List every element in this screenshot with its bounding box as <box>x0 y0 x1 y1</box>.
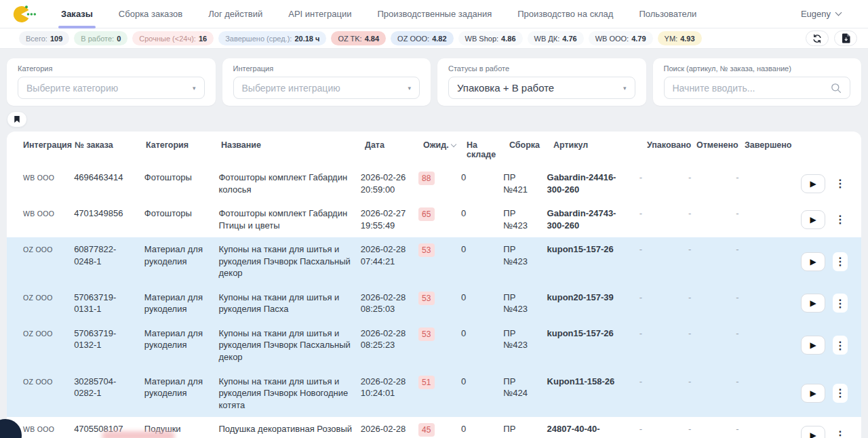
column-header-category[interactable]: Категория <box>146 140 221 159</box>
row-menu-button[interactable]: ⋮ <box>833 174 848 193</box>
stat-label: YM: <box>665 35 678 43</box>
column-header-completed[interactable]: Завершено <box>745 140 810 159</box>
column-header-assembly[interactable]: Сборка <box>509 140 553 159</box>
column-header-name[interactable]: Название <box>221 140 365 159</box>
order-number-cell: 57063719-0131-1 <box>74 292 144 315</box>
stat-value: 109 <box>50 35 62 43</box>
integration-filter-label: Интеграция <box>233 64 420 73</box>
stat-label: WB ООО: <box>595 35 629 43</box>
start-order-button[interactable]: ▶ <box>801 426 825 438</box>
table-row[interactable]: OZ ООО 57063719-0131-1 Материал для руко… <box>7 285 861 321</box>
statuses-select[interactable]: Упаковка + В работе ▾ <box>448 77 635 99</box>
start-order-button[interactable]: ▶ <box>801 336 825 355</box>
completed-cell: - <box>736 423 801 438</box>
row-actions: ▶ ⋮ <box>801 336 861 355</box>
integration-select[interactable]: Выберите интеграцию ▾ <box>233 77 420 99</box>
nav-tab-action-log[interactable]: Лог действий <box>208 0 262 28</box>
completed-cell: - <box>736 207 801 231</box>
start-order-button[interactable]: ▶ <box>801 174 825 193</box>
product-name-cell: Подушка декоративная Розовый леопард <box>218 423 360 438</box>
stat-pill-oz-tk: OZ TK:4.84 <box>331 31 386 45</box>
nav-tab-production-tasks[interactable]: Производственные задания <box>377 0 492 28</box>
product-name-cell: Фотошторы комплект Габардин Птицы и цвет… <box>218 207 360 231</box>
search-input[interactable] <box>673 83 831 94</box>
row-menu-button[interactable]: ⋮ <box>833 426 848 438</box>
start-order-button[interactable]: ▶ <box>801 294 825 313</box>
chevron-down-icon: ▾ <box>623 85 627 92</box>
table-row[interactable]: OZ ООО 57063719-0132-1 Материал для руко… <box>7 321 861 370</box>
stat-label: OZ TK: <box>338 35 361 43</box>
row-menu-button[interactable]: ⋮ <box>833 252 848 271</box>
table-body: WB ООО 4696463414 Фотошторы Фотошторы ко… <box>7 165 861 438</box>
export-report-button[interactable] <box>834 31 857 46</box>
cancelled-cell: - <box>688 327 736 363</box>
user-name: Eugeny <box>801 9 831 19</box>
stat-value: 4.84 <box>365 35 379 43</box>
column-header-order-no[interactable]: № заказа <box>75 140 146 159</box>
completed-cell: - <box>736 327 801 363</box>
nav-tab-order-assembly[interactable]: Сборка заказов <box>119 0 182 28</box>
nav-tab-api-integrations[interactable]: API интеграции <box>288 0 351 28</box>
column-header-packed[interactable]: Упаковано <box>647 140 696 159</box>
nav-tab-orders[interactable]: Заказы <box>61 0 93 28</box>
user-menu[interactable]: Eugeny <box>801 9 841 19</box>
date-cell: 2026-02-27 19:55:49 <box>361 207 418 231</box>
completed-cell: - <box>736 243 801 279</box>
product-name-cell: Купоны на ткани для шитья и рукоделия Пэ… <box>218 243 360 279</box>
stat-value: 4.76 <box>562 35 576 43</box>
waiting-badge: 53 <box>418 292 435 305</box>
pacman-logo-icon[interactable] <box>12 5 38 24</box>
date-cell: 2026-02-28 10:24:01 <box>361 376 418 412</box>
stat-pill-ym: YM:4.93 <box>658 31 702 45</box>
sku-cell: Gabardin-24743-300-260 <box>547 207 639 231</box>
integration-select-placeholder: Выберите интеграцию <box>242 83 340 94</box>
sku-cell: kupon15-157-26 <box>547 327 639 363</box>
start-order-button[interactable]: ▶ <box>801 252 825 271</box>
start-order-button[interactable]: ▶ <box>801 384 825 403</box>
waiting-cell: 53 <box>418 243 461 279</box>
start-order-button[interactable]: ▶ <box>801 210 825 229</box>
cancelled-cell: - <box>688 376 736 412</box>
nav-tab-users[interactable]: Пользователи <box>639 0 696 28</box>
packed-cell: - <box>639 172 688 195</box>
nav-tab-production-to-stock[interactable]: Производство на склад <box>517 0 613 28</box>
chevron-down-icon: ▾ <box>408 85 411 92</box>
order-number-cell: 60877822-0248-1 <box>74 243 144 279</box>
stat-pills: Всего:109В работе:0Срочные (<24ч):16Заве… <box>19 31 702 45</box>
column-header-sku[interactable]: Артикул <box>553 140 647 159</box>
stat-pill-total: Всего:109 <box>19 31 69 45</box>
table-row[interactable]: WB ООО 4701349856 Фотошторы Фотошторы ко… <box>7 201 861 237</box>
table-row[interactable]: WB ООО 4696463414 Фотошторы Фотошторы ко… <box>7 165 861 201</box>
kebab-menu-icon: ⋮ <box>835 177 846 190</box>
row-menu-button[interactable]: ⋮ <box>833 384 848 403</box>
integration-cell: OZ ООО <box>23 327 74 363</box>
category-cell: Материал для рукоделия <box>144 292 219 315</box>
column-header-integration[interactable]: Интеграция <box>23 140 75 159</box>
chevron-down-icon: ▾ <box>193 85 196 92</box>
orders-table: Интеграция№ заказаКатегорияНазваниеДатаО… <box>7 132 861 438</box>
bookmark-icon <box>14 115 20 123</box>
on-stock-cell: 0 <box>461 243 503 279</box>
column-header-waiting[interactable]: Ожид. <box>423 140 467 159</box>
category-cell: Фотошторы <box>144 207 219 231</box>
bookmark-filter-button[interactable] <box>7 111 27 127</box>
column-header-date[interactable]: Дата <box>365 140 423 159</box>
table-row[interactable]: OZ ООО 60877822-0248-1 Материал для руко… <box>7 237 861 285</box>
table-row[interactable]: OZ ООО 30285704-0282-1 Материал для руко… <box>7 370 861 418</box>
stat-pill-wb-shop: WB Shop:4.86 <box>458 31 523 45</box>
row-menu-button[interactable]: ⋮ <box>833 210 848 229</box>
sku-cell: 24807-40-40-podushka <box>547 423 639 438</box>
stat-value: 0 <box>117 35 121 43</box>
packed-cell: - <box>639 292 688 315</box>
stat-pill-completed-avg: Завершено (сред.):20.18 ч <box>218 31 326 45</box>
row-menu-button[interactable]: ⋮ <box>833 336 848 355</box>
category-select[interactable]: Выберите категорию ▾ <box>18 77 205 99</box>
kebab-menu-icon: ⋮ <box>835 386 846 399</box>
date-cell: 2026-02-28 07:44:21 <box>361 243 418 279</box>
refresh-button[interactable] <box>806 31 829 46</box>
column-header-cancelled[interactable]: Отменено <box>696 140 745 159</box>
integration-cell: WB ООО <box>23 207 74 231</box>
stat-label: Завершено (сред.): <box>225 35 292 43</box>
row-menu-button[interactable]: ⋮ <box>833 294 848 313</box>
column-header-on-stock[interactable]: На складе <box>467 140 509 159</box>
